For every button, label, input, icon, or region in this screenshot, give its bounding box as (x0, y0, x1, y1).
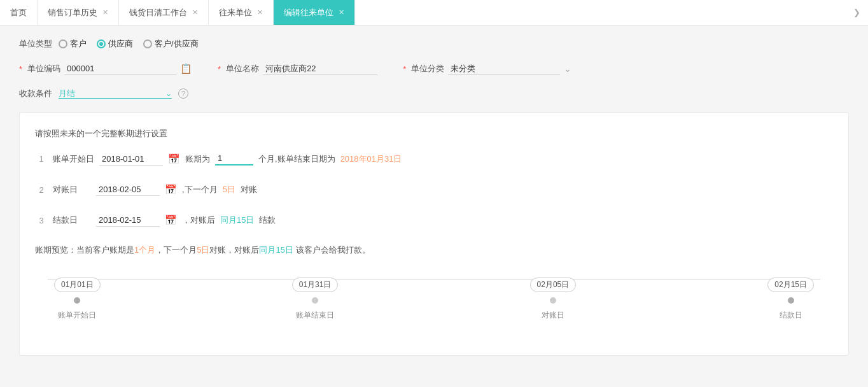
row2-calendar-icon[interactable]: 📅 (165, 184, 177, 195)
unit-name-star: * (218, 64, 221, 74)
preview-part2: 5日 (197, 245, 209, 255)
settings-card: 请按照未来的一个完整帐期进行设置 1 账单开始日 📅 账期为 个月,账单结束日期… (19, 112, 849, 356)
row-payment: 3 结款日 📅 ，对账后同月15日结款 (35, 214, 833, 227)
row-bill-start: 1 账单开始日 📅 账期为 个月,账单结束日期为 2018年01月31日 (35, 152, 833, 165)
preview-part3: 同月15日 (259, 245, 293, 255)
payment-condition-chevron-icon[interactable]: ⌄ (165, 89, 172, 98)
unit-code-group: * 单位编码 📋 (19, 62, 192, 75)
payment-condition-dropdown[interactable]: ⌄ (59, 88, 172, 99)
preview-text: 账期预览：当前客户账期是1个月，下一个月5日对账，对账后同月15日 该客户会给我… (35, 244, 833, 256)
tab-sales-order[interactable]: 销售订单历史 ✕ (38, 0, 119, 25)
row1-num: 1 (35, 154, 48, 164)
main-content: 单位类型 客户 供应商 客户/供应商 * 单位编码 📋 * 单位名称 (0, 25, 868, 381)
copy-icon[interactable]: 📋 (180, 63, 192, 74)
timeline-dot-1 (312, 297, 318, 304)
radio-customer-circle (59, 39, 67, 48)
unit-category-group: * 单位分类 ⌄ (403, 62, 571, 75)
timeline-label-1: 账单结束日 (296, 310, 334, 321)
tab-sales-order-label: 销售订单历史 (48, 7, 97, 18)
timeline-pill-0: 01月01日 (54, 278, 101, 292)
payment-condition-label: 收款条件 (19, 88, 52, 99)
row2-suffix-highlight: 5日 (223, 184, 235, 195)
unit-code-input[interactable] (64, 62, 176, 75)
tab-cash-work-close[interactable]: ✕ (192, 8, 198, 17)
row3-suffix-post: 结款 (259, 215, 276, 226)
preview-part1: 1个月 (134, 245, 155, 255)
radio-both[interactable]: 客户/供应商 (143, 38, 199, 50)
unit-code-label: 单位编码 (27, 63, 60, 74)
unit-category-dropdown-icon[interactable]: ⌄ (564, 64, 571, 74)
card-hint: 请按照未来的一个完整帐期进行设置 (35, 128, 833, 139)
timeline-label-0: 账单开始日 (58, 310, 96, 321)
tabs-bar: 首页 销售订单历史 ✕ 钱货日清工作台 ✕ 往来单位 ✕ 编辑往来单位 ✕ ❯ (0, 0, 868, 25)
radio-supplier[interactable]: 供应商 (97, 38, 133, 50)
preview-sep2: 对账，对账后 (209, 245, 259, 255)
timeline-label-2: 对账日 (542, 310, 564, 321)
row3-suffix-pre: ，对账后 (182, 215, 215, 226)
preview-suffix: 该客户会给我打款。 (296, 245, 370, 255)
timeline-points: 01月01日 账单开始日 01月31日 账单结束日 02月05日 对账日 02月… (54, 278, 814, 321)
timeline-wrapper: 01月01日 账单开始日 01月31日 账单结束日 02月05日 对账日 02月… (35, 271, 833, 340)
unit-type-row: 单位类型 客户 供应商 客户/供应商 (19, 38, 849, 50)
unit-category-star: * (403, 64, 406, 74)
radio-both-circle (143, 39, 152, 48)
row3-suffix-highlight: 同月15日 (220, 215, 254, 226)
tab-edit-partner-close[interactable]: ✕ (339, 8, 344, 17)
unit-name-input[interactable] (263, 62, 377, 75)
timeline-pill-3: 02月15日 (767, 278, 814, 292)
tab-expand-button[interactable]: ❯ (846, 0, 868, 25)
row1-period-unit: 个月,账单结束日期为 (258, 153, 335, 165)
row2-date-input[interactable] (96, 183, 160, 196)
payment-condition-input[interactable] (59, 88, 165, 98)
unit-code-star: * (19, 64, 22, 74)
row-reconcile: 2 对账日 📅 ,下一个月5日对账 (35, 183, 833, 196)
unit-category-label: 单位分类 (411, 63, 444, 74)
row1-calendar-icon[interactable]: 📅 (168, 153, 180, 165)
tab-edit-partner-label: 编辑往来单位 (284, 7, 333, 18)
tab-partner-label: 往来单位 (219, 7, 252, 18)
tab-home-label: 首页 (10, 7, 27, 18)
row1-label: 账单开始日 (53, 153, 94, 165)
tab-sales-order-close[interactable]: ✕ (102, 8, 108, 17)
tab-cash-work-label: 钱货日清工作台 (129, 7, 187, 18)
tab-cash-work[interactable]: 钱货日清工作台 ✕ (119, 0, 209, 25)
unit-category-input[interactable] (448, 62, 560, 75)
row1-date-input[interactable] (99, 153, 163, 165)
preview-prefix: 账期预览：当前客户账期是 (35, 245, 134, 255)
unit-fields-row: * 单位编码 📋 * 单位名称 * 单位分类 ⌄ (19, 62, 849, 75)
tab-partner[interactable]: 往来单位 ✕ (209, 0, 274, 25)
unit-name-group: * 单位名称 (218, 62, 377, 75)
row3-calendar-icon[interactable]: 📅 (165, 215, 177, 226)
radio-customer-label: 客户 (70, 38, 87, 50)
row2-suffix-post: 对账 (241, 184, 257, 195)
tab-edit-partner[interactable]: 编辑往来单位 ✕ (274, 0, 355, 25)
unit-type-radio-group: 客户 供应商 客户/供应商 (59, 38, 199, 50)
row2-label: 对账日 (53, 184, 91, 195)
radio-supplier-label: 供应商 (108, 38, 133, 50)
tab-partner-close[interactable]: ✕ (257, 8, 263, 17)
timeline-point-1: 01月31日 账单结束日 (292, 278, 339, 321)
timeline-point-3: 02月15日 结款日 (767, 278, 814, 321)
timeline-point-2: 02月05日 对账日 (530, 278, 577, 321)
row2-num: 2 (35, 185, 48, 195)
row2-suffix-pre: ,下一个月 (182, 184, 218, 195)
radio-both-label: 客户/供应商 (155, 38, 199, 50)
preview-sep1: ，下一个月 (155, 245, 197, 255)
row1-period-input[interactable] (215, 152, 253, 165)
row3-num: 3 (35, 216, 48, 225)
payment-condition-row: 收款条件 ⌄ ? (19, 88, 849, 99)
row1-period-label: 账期为 (185, 153, 210, 165)
radio-supplier-circle (97, 39, 106, 48)
row1-period-end: 2018年01月31日 (340, 153, 402, 165)
timeline-label-3: 结款日 (780, 310, 802, 321)
help-icon[interactable]: ? (178, 88, 188, 99)
unit-name-label: 单位名称 (226, 63, 259, 74)
timeline-point-0: 01月01日 账单开始日 (54, 278, 101, 321)
row3-date-input[interactable] (96, 214, 160, 227)
tab-home[interactable]: 首页 (0, 0, 38, 25)
timeline-pill-1: 01月31日 (292, 278, 339, 292)
timeline-dot-2 (550, 297, 556, 304)
timeline-dot-3 (788, 297, 794, 304)
timeline-pill-2: 02月05日 (530, 278, 577, 292)
radio-customer[interactable]: 客户 (59, 38, 87, 50)
